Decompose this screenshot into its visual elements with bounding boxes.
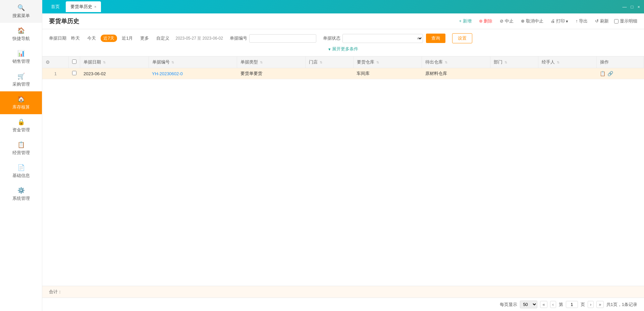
date-opt-yesterday[interactable]: 昨天 [68,35,83,42]
table-settings-icon[interactable]: ⚙ [46,59,50,65]
page-header: 要货单历史 + 新增 ⊗ 删除 ⊘ 中止 ⊗ 取消中止 🖨 打印 ▾ [42,13,644,29]
system-icon: ⚙️ [17,187,25,194]
show-detail-toggle[interactable]: 显示明细 [614,18,637,24]
tab-home[interactable]: 首页 [46,1,64,12]
store-sort-icon: ⇅ [320,60,322,64]
sidebar-item-operations[interactable]: 📋 经营管理 [0,137,42,160]
per-page-select[interactable]: 50 10 20 100 [520,301,537,308]
req-warehouse-sort-icon: ⇅ [376,60,379,64]
content-area: 要货单历史 + 新增 ⊗ 删除 ⊘ 中止 ⊗ 取消中止 🖨 打印 ▾ [42,13,644,311]
sidebar-item-label: 库存核算 [12,104,30,110]
window-minimize-btn[interactable]: — [623,4,627,9]
date-opt-1month[interactable]: 近1月 [119,35,136,42]
window-maximize-btn[interactable]: □ [631,4,634,9]
sidebar-item-label: 搜索菜单 [12,13,30,19]
col-doc-no[interactable]: 单据编号 ⇅ [149,56,237,68]
basic-info-icon: 📄 [17,164,25,171]
sidebar-item-inventory[interactable]: 🏠 库存核算 [0,91,42,114]
col-settings[interactable]: ⚙ [42,56,69,68]
date-filter-label: 单据日期 [49,35,66,41]
sidebar-item-label: 快捷导航 [12,36,30,42]
col-req-warehouse[interactable]: 要货仓库 ⇅ [353,56,422,68]
doc-type-sort-icon: ⇅ [260,60,263,64]
last-page-btn[interactable]: » [596,301,603,308]
expand-more-btn[interactable]: ▾ 展开更多条件 [49,46,637,52]
row-checkbox[interactable] [72,71,76,75]
sales-icon: 📊 [17,50,25,57]
topbar: 首页 要货单历史 × — □ × [42,0,644,13]
delete-button[interactable]: ⊗ 删除 [477,17,495,26]
next-page-btn[interactable]: › [588,301,594,308]
purchase-icon: 🛒 [17,73,25,80]
topbar-right-controls: — □ × [623,4,640,9]
prev-page-btn[interactable]: ‹ [550,301,556,308]
sidebar-item-basic-info[interactable]: 📄 基础信息 [0,160,42,183]
print-dropdown-icon: ▾ [566,19,568,24]
sidebar-item-finance[interactable]: 🔒 资金管理 [0,114,42,137]
new-button[interactable]: + 新增 [457,17,474,26]
page-number-input[interactable] [566,301,578,308]
tab-requisition-history[interactable]: 要货单历史 × [66,1,101,12]
doc-no-link[interactable]: YH-20230602-0 [152,71,183,76]
settings-button[interactable]: 设置 [452,33,472,43]
suspend-button[interactable]: ⊘ 中止 [498,17,516,26]
row-doc-type: 要货单要货 [237,68,306,79]
date-opt-today[interactable]: 今天 [85,35,99,42]
row-handler [538,68,596,79]
row-pending-warehouse: 原材料仓库 [422,68,490,79]
refresh-button[interactable]: ↺ 刷新 [593,17,611,26]
sidebar-item-quick-nav[interactable]: 🏠 快捷导航 [0,23,42,46]
col-store[interactable]: 门店 ⇅ [306,56,354,68]
date-opt-7days[interactable]: 近7天 [101,35,117,42]
col-pending-warehouse[interactable]: 待出仓库 ⇅ [422,56,490,68]
col-checkbox [69,56,80,68]
row-checkbox-cell [69,68,80,79]
print-button[interactable]: 🖨 打印 ▾ [549,17,571,26]
table-wrapper: ⚙ 单据日期 ⇅ 单据编号 ⇅ [42,56,644,286]
operation-icons: 📋 🔗 [600,71,640,76]
total-info: 共1页，1条记录 [606,302,637,308]
doc-status-filter-item: 单据状态 ▾ [323,34,419,43]
operations-icon: 📋 [17,141,25,148]
page-label: 第 [559,302,563,308]
first-page-btn[interactable]: « [540,301,547,308]
sidebar-item-label: 销售管理 [12,58,30,64]
table-row[interactable]: 1 2023-06-02 YH-20230602-0 要货单要货 车间库 [42,68,644,79]
row-doc-date: 2023-06-02 [80,68,149,79]
window-close-btn[interactable]: × [637,4,640,9]
sidebar-item-system[interactable]: ⚙️ 系统管理 [0,183,42,206]
query-button[interactable]: 查询 [426,34,445,43]
pagination: 每页显示 50 10 20 100 « ‹ 第 页 › » 共1页，1条记录 [42,298,644,311]
filter-area: 单据日期 昨天 今天 近7天 近1月 更多 自定义 2023-05-27 至 2… [42,29,644,56]
date-opt-custom[interactable]: 自定义 [154,35,172,42]
data-table: ⚙ 单据日期 ⇅ 单据编号 ⇅ [42,56,644,79]
col-handler[interactable]: 经手人 ⇅ [538,56,596,68]
show-detail-checkbox[interactable] [614,19,619,24]
col-department[interactable]: 部门 ⇅ [490,56,538,68]
col-doc-type[interactable]: 单据类型 ⇅ [237,56,306,68]
doc-status-label: 单据状态 [323,35,340,41]
inventory-icon: 🏠 [17,95,25,103]
sidebar-item-sales[interactable]: 📊 销售管理 [0,46,42,69]
doc-status-select[interactable] [342,34,423,43]
select-all-checkbox[interactable] [72,59,76,64]
link-icon[interactable]: 🔗 [607,71,613,76]
date-opt-more[interactable]: 更多 [138,35,152,42]
sidebar-item-search-menu[interactable]: 🔍 搜索菜单 [0,0,42,23]
tab-close-icon[interactable]: × [94,5,96,9]
view-detail-icon[interactable]: 📋 [600,71,605,76]
row-doc-no: YH-20230602-0 [149,68,237,79]
row-operation: 📋 🔗 [596,68,644,79]
doc-no-input[interactable] [249,34,316,43]
date-filter-item: 单据日期 昨天 今天 近7天 近1月 更多 自定义 2023-05-27 至 2… [49,35,223,42]
search-menu-icon: 🔍 [17,4,25,11]
sidebar-item-purchase[interactable]: 🛒 采购管理 [0,69,42,91]
sidebar-item-label: 基础信息 [12,173,30,179]
filter-row: 单据日期 昨天 今天 近7天 近1月 更多 自定义 2023-05-27 至 2… [49,33,637,43]
date-range-display: 2023-05-27 至 2023-06-02 [175,36,223,41]
finance-icon: 🔒 [17,118,25,126]
cancel-suspend-button[interactable]: ⊗ 取消中止 [519,17,545,26]
per-page-label: 每页显示 [500,302,517,308]
col-doc-date[interactable]: 单据日期 ⇅ [80,56,149,68]
export-button[interactable]: ↑ 导出 [574,17,590,26]
